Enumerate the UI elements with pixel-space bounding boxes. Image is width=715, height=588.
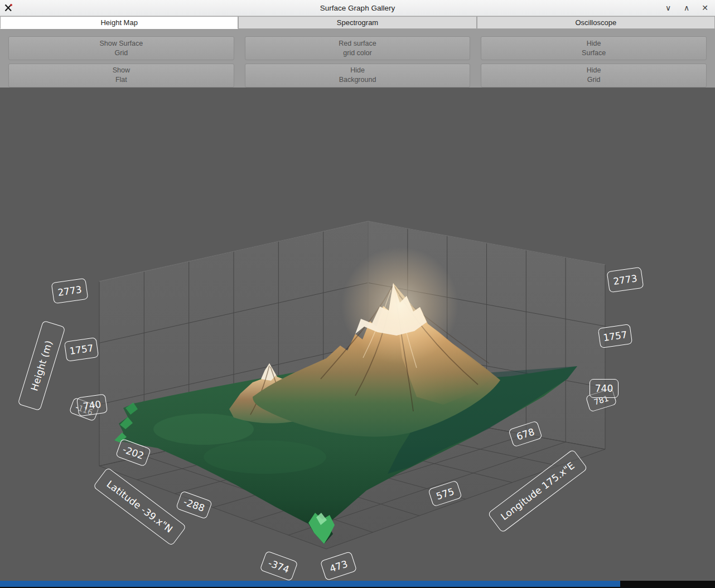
app-window: Surface Graph Gallery ∨ ∧ ✕ Height Map S… xyxy=(0,0,715,588)
tab-bar: Height Map Spectrogram Oscilloscope xyxy=(0,16,715,29)
button-label: grid color xyxy=(343,48,371,58)
button-label: Hide xyxy=(587,66,601,75)
hide-surface-button[interactable]: Hide Surface xyxy=(481,36,707,60)
surface-plot-canvas[interactable] xyxy=(86,212,627,557)
button-label: Flat xyxy=(115,75,127,85)
tab-spectrogram[interactable]: Spectrogram xyxy=(238,16,476,29)
show-flat-button[interactable]: Show Flat xyxy=(8,64,234,88)
window-controls: ∨ ∧ ✕ xyxy=(664,0,709,16)
button-label: Grid xyxy=(587,75,601,85)
height-tick-right-0: 2773 xyxy=(607,267,644,293)
red-surface-grid-color-button[interactable]: Red surface grid color xyxy=(245,36,471,60)
button-label: Background xyxy=(339,75,376,85)
tab-oscilloscope[interactable]: Oscilloscope xyxy=(477,16,715,29)
hide-grid-button[interactable]: Hide Grid xyxy=(481,64,707,88)
button-label: Grid xyxy=(115,48,128,58)
button-label: Show xyxy=(113,66,130,75)
window-title: Surface Graph Gallery xyxy=(0,4,715,12)
taskbar-strip xyxy=(0,581,715,588)
toolbar: Show Surface Grid Red surface grid color… xyxy=(0,29,715,88)
maximize-icon[interactable]: ∧ xyxy=(682,3,691,12)
button-label: Hide xyxy=(587,39,601,48)
taskbar-dark-segment xyxy=(620,581,715,587)
surface-plot-area[interactable]: 2773 1757 740 Height (m) 2773 1757 781 7… xyxy=(0,88,715,588)
height-tick-left-2: 740 xyxy=(76,394,108,417)
height-tick-left-0: 2773 xyxy=(51,278,89,304)
hide-background-button[interactable]: Hide Background xyxy=(245,64,471,88)
close-icon[interactable]: ✕ xyxy=(700,3,709,12)
button-label: Surface xyxy=(582,48,606,58)
height-axis-title: Height (m) xyxy=(17,320,65,411)
minimize-icon[interactable]: ∨ xyxy=(664,3,673,12)
tab-height-map[interactable]: Height Map xyxy=(0,16,238,29)
button-label: Show Surface xyxy=(99,39,143,48)
titlebar[interactable]: Surface Graph Gallery ∨ ∧ ✕ xyxy=(0,0,715,16)
button-label: Hide xyxy=(350,66,365,75)
button-label: Red surface xyxy=(339,39,376,48)
show-surface-grid-button[interactable]: Show Surface Grid xyxy=(8,36,234,60)
app-icon xyxy=(4,3,13,12)
height-tick-right-2: 740 xyxy=(590,379,619,398)
